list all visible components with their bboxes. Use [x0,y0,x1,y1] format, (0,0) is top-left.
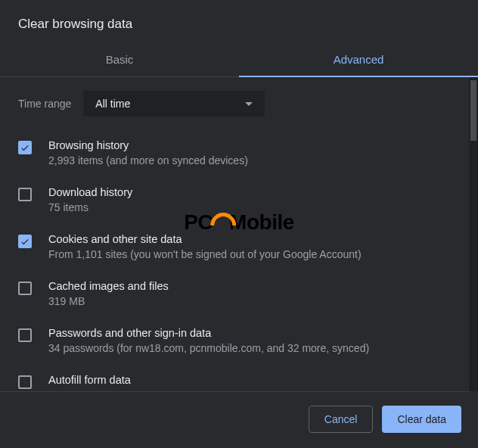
time-range-select[interactable]: All time [83,91,265,117]
tabs: Basic Advanced [0,44,478,77]
option-title: Download history [48,186,132,198]
option-row: Cookies and other site dataFrom 1,101 si… [18,233,451,260]
checkbox[interactable] [18,375,32,389]
option-title: Cookies and other site data [48,233,362,245]
option-text: Cookies and other site dataFrom 1,101 si… [48,233,362,260]
cancel-button[interactable]: Cancel [309,406,374,433]
scrollbar-thumb[interactable] [470,80,476,141]
time-range-label: Time range [18,98,71,110]
options-list: Browsing history2,993 items (and more on… [0,123,469,389]
option-text: Autofill form data [48,374,131,389]
option-row: Passwords and other sign-in data34 passw… [18,327,451,354]
option-title: Cached images and files [48,280,169,292]
option-subtitle: 2,993 items (and more on synced devices) [48,154,248,166]
option-title: Autofill form data [48,374,131,386]
clear-data-button[interactable]: Clear data [382,406,461,433]
checkbox[interactable] [18,188,32,201]
option-row: Download history75 items [18,186,451,213]
checkbox[interactable] [18,141,32,154]
dialog-body: Time range All time Browsing history2,99… [0,77,478,391]
time-range-row: Time range All time [0,77,469,123]
option-title: Browsing history [48,139,248,151]
dialog-title: Clear browsing data [0,0,478,44]
option-subtitle: 34 passwords (for nw18.com, pcnmobile.co… [48,342,369,354]
tab-advanced[interactable]: Advanced [239,44,478,76]
option-row: Cached images and files319 MB [18,280,451,307]
option-row: Autofill form data [18,374,451,389]
option-subtitle: 319 MB [48,295,169,307]
chevron-down-icon [245,102,253,106]
checkbox[interactable] [18,235,32,248]
checkbox[interactable] [18,282,32,295]
option-text: Browsing history2,993 items (and more on… [48,139,248,166]
option-text: Cached images and files319 MB [48,280,169,307]
option-title: Passwords and other sign-in data [48,327,369,339]
scrollbar-track[interactable] [469,77,478,391]
option-row: Browsing history2,993 items (and more on… [18,139,451,166]
option-text: Passwords and other sign-in data34 passw… [48,327,369,354]
time-range-value: All time [95,98,130,110]
option-text: Download history75 items [48,186,132,213]
tab-basic[interactable]: Basic [0,44,239,76]
option-subtitle: From 1,101 sites (you won't be signed ou… [48,248,362,260]
checkbox[interactable] [18,328,32,342]
option-subtitle: 75 items [48,201,132,213]
scroll-area: Time range All time Browsing history2,99… [0,77,469,391]
dialog-footer: Cancel Clear data [0,392,478,446]
